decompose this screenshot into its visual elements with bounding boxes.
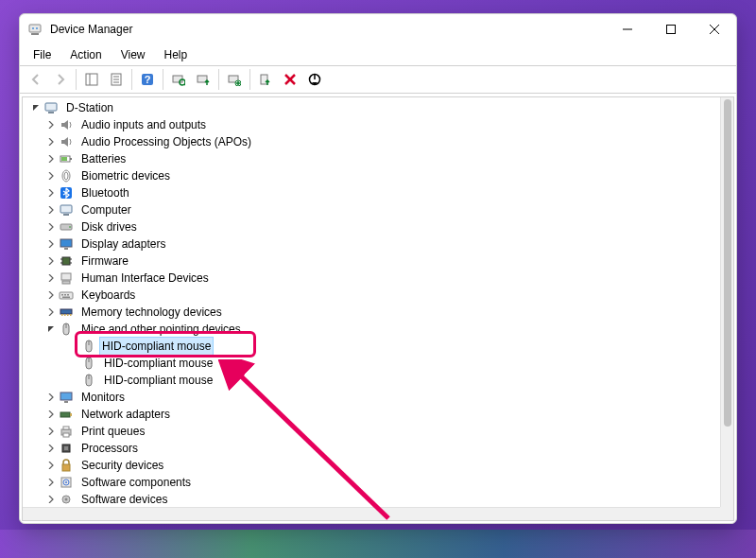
tree-root[interactable]: D-Station — [23, 99, 720, 116]
expand-icon[interactable] — [43, 240, 59, 248]
device-tree[interactable]: D-StationAudio inputs and outputsAudio P… — [23, 97, 720, 507]
add-legacy-hardware-button[interactable] — [223, 68, 246, 91]
svg-rect-31 — [70, 158, 72, 160]
net-icon — [59, 407, 74, 422]
tree-category[interactable]: Disk drives — [23, 218, 720, 235]
forward-button[interactable] — [49, 68, 72, 91]
bt-icon — [59, 185, 74, 201]
svg-rect-68 — [64, 401, 68, 403]
menu-file[interactable]: File — [26, 46, 59, 63]
expand-icon[interactable] — [43, 206, 59, 214]
expand-icon[interactable] — [43, 291, 59, 299]
tree-category[interactable]: Memory technology devices — [23, 304, 720, 321]
tree-category[interactable]: Display adapters — [23, 235, 720, 253]
show-hide-console-tree-button[interactable] — [80, 68, 103, 91]
expand-icon[interactable] — [43, 445, 59, 452]
enable-device-button[interactable] — [254, 68, 277, 91]
uninstall-device-button[interactable] — [279, 68, 301, 91]
minimize-button[interactable] — [606, 14, 649, 44]
hid-icon — [59, 270, 74, 286]
tree-category[interactable]: Batteries — [23, 150, 720, 167]
tree-category[interactable]: Audio inputs and outputs — [23, 116, 720, 133]
tree-category[interactable]: Print queues — [23, 423, 720, 440]
window-title: Device Manager — [50, 23, 132, 36]
expand-icon[interactable] — [43, 138, 59, 146]
help-button[interactable]: ? — [136, 68, 159, 91]
expand-icon[interactable] — [43, 462, 59, 469]
svg-point-81 — [65, 498, 68, 501]
disable-device-button[interactable] — [303, 68, 326, 91]
tree-category[interactable]: Biometric devices — [23, 167, 720, 184]
svg-rect-76 — [62, 464, 70, 471]
titlebar[interactable]: Device Manager — [20, 14, 736, 44]
device-manager-window: Device Manager File Action View Help ? — [19, 13, 737, 524]
expand-icon[interactable] — [43, 410, 59, 418]
update-driver-button[interactable] — [192, 68, 215, 91]
computer-icon — [43, 100, 59, 115]
expand-icon[interactable] — [43, 257, 59, 265]
svg-rect-67 — [60, 392, 72, 400]
tree-category[interactable]: Software devices — [23, 491, 720, 507]
tree-category[interactable]: Keyboards — [23, 287, 720, 304]
tree-category[interactable]: Computer — [23, 201, 720, 218]
menu-view[interactable]: View — [113, 46, 153, 63]
tree-item-label: Software devices — [79, 491, 169, 507]
expand-icon[interactable] — [43, 121, 59, 129]
tree-item-label: Biometric devices — [79, 167, 172, 184]
expand-icon[interactable] — [43, 393, 59, 401]
properties-button[interactable] — [105, 68, 128, 91]
tree-category[interactable]: Security devices — [23, 457, 720, 474]
kb-icon — [59, 288, 74, 303]
tree-category[interactable]: Audio Processing Objects (APOs) — [23, 133, 720, 150]
scan-hardware-button[interactable] — [167, 68, 190, 91]
expand-icon[interactable] — [43, 189, 59, 197]
disk-icon — [59, 219, 74, 235]
tree-category[interactable]: Processors — [23, 440, 720, 457]
menubar: File Action View Help — [20, 44, 736, 65]
expand-icon[interactable] — [43, 155, 59, 163]
app-icon — [27, 22, 43, 37]
expand-icon[interactable] — [43, 479, 59, 486]
tree-device[interactable]: HID-compliant mouse — [23, 372, 720, 389]
tree-item-label: Firmware — [79, 253, 130, 270]
lock-icon — [59, 458, 74, 473]
menu-action[interactable]: Action — [62, 46, 109, 63]
tree-category[interactable]: Human Interface Devices — [23, 270, 720, 287]
maximize-button[interactable] — [649, 14, 693, 44]
expand-icon[interactable] — [43, 172, 59, 180]
menu-help[interactable]: Help — [157, 46, 196, 63]
mem-icon — [59, 305, 74, 320]
expand-icon[interactable] — [43, 308, 59, 316]
collapse-icon[interactable] — [43, 325, 59, 333]
tree-item-label: Keyboards — [79, 287, 137, 304]
expand-icon[interactable] — [43, 223, 59, 231]
svg-rect-75 — [64, 446, 68, 450]
tree-item-label: Batteries — [79, 150, 128, 167]
svg-rect-73 — [63, 433, 69, 437]
vertical-scrollbar[interactable] — [720, 97, 733, 507]
svg-rect-48 — [62, 281, 70, 284]
svg-rect-8 — [86, 74, 97, 85]
tree-category[interactable]: Monitors — [23, 389, 720, 406]
tree-category[interactable]: Network adapters — [23, 406, 720, 423]
speaker-icon — [59, 134, 74, 149]
collapse-icon[interactable] — [28, 104, 43, 112]
tree-device[interactable]: HID-compliant mouse — [23, 338, 720, 355]
chip-icon — [59, 253, 74, 269]
horizontal-scrollbar[interactable] — [23, 507, 720, 520]
mouse-icon — [81, 339, 96, 354]
tree-category[interactable]: Software components — [23, 474, 720, 491]
expand-icon[interactable] — [43, 496, 59, 503]
close-button[interactable] — [693, 14, 736, 44]
tree-item-label: Computer — [79, 201, 133, 218]
finger-icon — [59, 168, 74, 183]
tree-device[interactable]: HID-compliant mouse — [23, 355, 720, 372]
expand-icon[interactable] — [43, 274, 59, 282]
tree-category[interactable]: Firmware — [23, 253, 720, 270]
expand-icon[interactable] — [43, 427, 59, 435]
mouse-icon — [81, 373, 96, 388]
back-button[interactable] — [25, 68, 47, 91]
tree-category[interactable]: Bluetooth — [23, 184, 720, 201]
tree-item-label: Security devices — [79, 457, 165, 474]
tree-category[interactable]: Mice and other pointing devices — [23, 321, 720, 338]
